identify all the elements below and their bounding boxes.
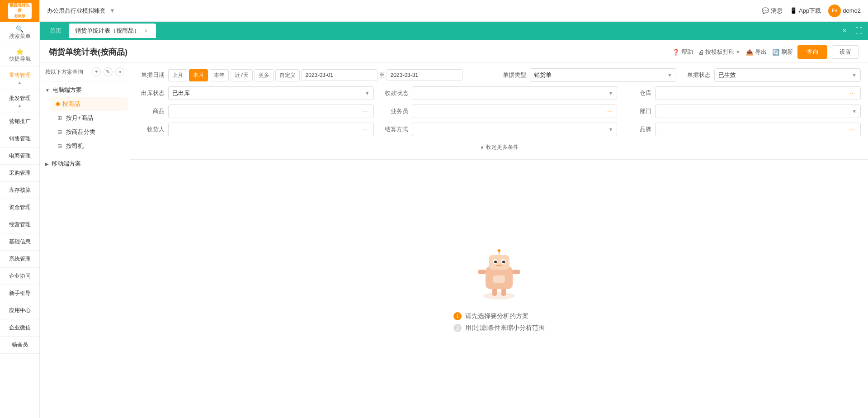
query-button[interactable]: 查询 — [797, 45, 827, 59]
edit-scheme-btn[interactable]: ✎ — [104, 67, 113, 76]
sidebar-item-purchase[interactable]: 采购管理 — [0, 165, 39, 182]
export-btn[interactable]: 📤 导出 — [746, 48, 767, 56]
filter-warehouse: 仓库 ··· — [624, 86, 861, 100]
sidebar-item-app-center[interactable]: 应用中心 — [0, 302, 39, 319]
help-icon: ❓ — [672, 49, 679, 56]
doc-status-select[interactable]: 已生效 ▼ — [714, 68, 861, 82]
help-btn[interactable]: ❓ 帮助 — [672, 48, 693, 56]
filter-brand: 品牌 ··· — [624, 123, 861, 136]
filter-collect-status: 收款状态 ▼ — [381, 86, 618, 100]
date-to-input[interactable] — [387, 69, 462, 81]
out-status-label: 出库状态 — [137, 89, 165, 97]
filter-row-1: 单据日期 上月 本月 本年 近7天 更多 自定义 至 — [137, 68, 861, 82]
tree-item-by-driver[interactable]: ⊟ 按司机 — [51, 139, 128, 153]
sidebar-item-enterprise-wechat[interactable]: 企业微信 — [0, 319, 39, 337]
date-btn-this-year[interactable]: 本年 — [210, 69, 229, 81]
sidebar-item-basic[interactable]: 基础信息 — [0, 233, 39, 251]
workspace-dropdown-icon[interactable]: ▼ — [109, 7, 115, 14]
warehouse-dots[interactable]: ··· — [848, 90, 857, 97]
tree-item-by-month-goods[interactable]: ⊞ 按月+商品 — [51, 111, 128, 125]
filter-date: 单据日期 上月 本月 本年 近7天 更多 自定义 至 — [137, 69, 492, 81]
warehouse-select[interactable]: ··· — [655, 86, 861, 100]
sidebar-item-finance[interactable]: 资金管理 — [0, 199, 39, 216]
phone-icon: 📱 — [790, 7, 797, 14]
sidebar-item-vip[interactable]: 畅会员 — [0, 337, 39, 354]
sidebar-item-search[interactable]: 🔍 搜索菜单 — [0, 22, 39, 44]
staff-select[interactable]: ··· — [412, 104, 618, 118]
sidebar-item-retail[interactable]: 零售管理 ▲ — [0, 67, 39, 90]
date-btn-more[interactable]: 更多 — [255, 69, 274, 81]
add-scheme-btn[interactable]: + — [92, 67, 101, 76]
page-title: 销货单统计表(按商品) — [49, 47, 127, 57]
tree-section-mobile: ▶ 移动端方案 — [40, 155, 130, 172]
refresh-icon: 🔄 — [772, 49, 779, 56]
goods-select[interactable]: ··· — [168, 104, 374, 118]
sidebar-item-inventory[interactable]: 库存核算 — [0, 182, 39, 199]
out-status-select[interactable]: 已出库 ▼ — [168, 86, 374, 100]
message-btn[interactable]: 💬 消息 — [762, 7, 783, 15]
doc-type-label: 单据类型 — [499, 71, 526, 79]
print-dropdown-icon[interactable]: ▼ — [736, 49, 741, 55]
user-info[interactable]: Ea demo2 — [828, 5, 861, 17]
setting-button[interactable]: 设置 — [832, 45, 859, 59]
date-btn-last-month[interactable]: 上月 — [168, 69, 187, 81]
logo: 畅捷通好生意标账版 — [8, 3, 32, 19]
collect-status-dropdown-icon: ▼ — [608, 90, 613, 96]
collapse-up-icon: ∧ — [480, 144, 484, 151]
sidebar-item-sales[interactable]: 销售管理 — [0, 130, 39, 147]
svg-rect-4 — [478, 270, 486, 274]
wholesale-arrow-icon: ▲ — [18, 103, 22, 108]
collapse-panel-btn[interactable]: « — [115, 67, 124, 76]
doc-type-select[interactable]: 销货单 ▼ — [530, 68, 676, 82]
tree-item-by-category[interactable]: ⊟ 按商品分类 — [51, 125, 128, 139]
recipient-dots[interactable]: ··· — [361, 126, 370, 133]
tree-item-by-goods[interactable]: 按商品 — [51, 97, 128, 111]
sidebar-item-wholesale[interactable]: 批发管理 ▲ — [0, 90, 39, 113]
tab-close-icon[interactable]: × — [142, 27, 150, 34]
tabbar-actions: × ⛶ — [839, 25, 864, 36]
collect-status-label: 收款状态 — [381, 89, 408, 97]
filter-recipient: 收货人 ··· — [137, 123, 374, 136]
tip-1-num: 1 — [453, 312, 462, 320]
expand-btn[interactable]: ⛶ — [854, 25, 864, 36]
tree-collapse-icon: ▶ — [45, 162, 49, 166]
brand-label: 品牌 — [624, 125, 651, 133]
filter-row-4: 收货人 ··· 结算方式 ▼ — [137, 123, 861, 136]
recipient-label: 收货人 — [137, 125, 165, 133]
date-btn-this-month[interactable]: 本月 — [189, 69, 208, 81]
brand-select[interactable]: ··· — [655, 123, 861, 136]
recipient-select[interactable]: ··· — [168, 123, 374, 136]
collect-status-select[interactable]: ▼ — [412, 86, 618, 100]
sidebar-item-cooperation[interactable]: 企业协同 — [0, 268, 39, 285]
active-dot-icon — [56, 102, 60, 106]
staff-dots[interactable]: ··· — [604, 108, 613, 115]
left-panel-header: 按以下方案查询 + ✎ « — [40, 63, 130, 81]
sidebar-item-system[interactable]: 系统管理 — [0, 251, 39, 268]
date-from-input[interactable] — [302, 69, 377, 81]
date-btn-custom[interactable]: 自定义 — [275, 69, 300, 81]
tab-sales-stats[interactable]: 销货单统计表（按商品） × — [69, 24, 156, 38]
date-btn-7days[interactable]: 近7天 — [231, 69, 253, 81]
goods-dots[interactable]: ··· — [361, 108, 370, 115]
sidebar-item-ecommerce[interactable]: 电商管理 — [0, 147, 39, 165]
filter-goods: 商品 ··· — [137, 104, 374, 118]
filter-out-status: 出库状态 已出库 ▼ — [137, 86, 374, 100]
tab-home[interactable]: 首页 — [43, 24, 68, 38]
collapse-filter-btn[interactable]: ∧ 收起更多条件 — [137, 141, 861, 154]
avatar: Ea — [828, 5, 841, 17]
refresh-btn[interactable]: 🔄 刷新 — [772, 48, 793, 56]
print-btn[interactable]: 🖨 按模板打印 ▼ — [698, 48, 741, 56]
svg-rect-13 — [493, 276, 505, 283]
sidebar-item-marketing[interactable]: 营销推广 — [0, 113, 39, 130]
tree-parent-pc[interactable]: ▼ 电脑端方案 — [40, 83, 130, 97]
sidebar-item-quick-nav[interactable]: ⭐ 快捷导航 — [0, 44, 39, 67]
app-download-btn[interactable]: 📱 App下载 — [790, 7, 821, 15]
close-tab-btn[interactable]: × — [839, 25, 850, 36]
brand-dots[interactable]: ··· — [848, 126, 857, 133]
sidebar-item-operation[interactable]: 经营管理 — [0, 216, 39, 233]
tree-parent-mobile[interactable]: ▶ 移动端方案 — [40, 157, 130, 171]
settlement-select[interactable]: ▼ — [412, 123, 618, 136]
dept-select[interactable]: ▼ — [655, 104, 861, 118]
sidebar-item-newbie[interactable]: 新手引导 — [0, 285, 39, 302]
filter-doc-type: 单据类型 销货单 ▼ — [499, 68, 676, 82]
